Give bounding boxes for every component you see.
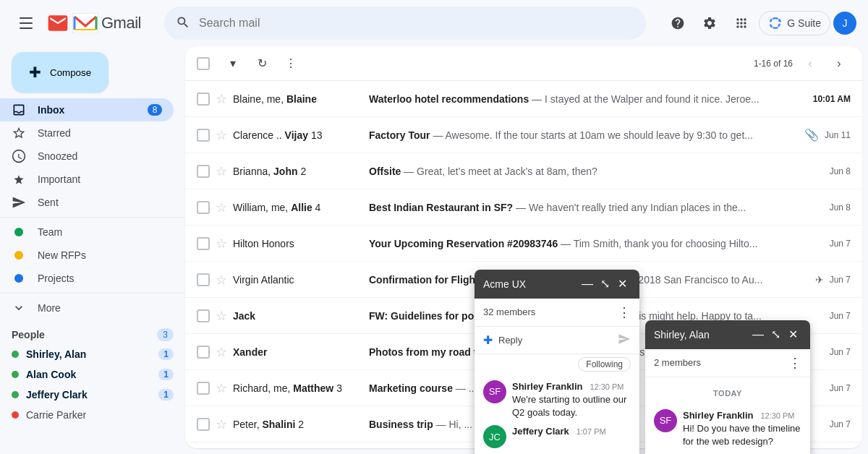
settings-button[interactable]: [695, 9, 724, 38]
chat-msg-text: We're starting to outline our Q2 goals t…: [512, 393, 631, 419]
gmail-text-label: Gmail: [101, 14, 141, 33]
sidebar-item-new-rfps[interactable]: New RFPs: [0, 244, 174, 267]
user-avatar[interactable]: J: [833, 12, 856, 35]
chat-popup-acme: Acme UX — ⤡ ✕ 32 members ⋮ ✚ Reply Follo…: [475, 270, 639, 454]
email-subject-snippet: Best Indian Restaurant in SF? — We haven…: [369, 202, 824, 213]
table-row[interactable]: ☆ Hilton Honors Your Upcoming Reservatio…: [185, 226, 862, 262]
row-checkbox[interactable]: [197, 418, 210, 431]
online-dot-shirley: [12, 351, 19, 358]
email-subject: Offsite: [369, 166, 404, 177]
more-options-button[interactable]: ⋮: [279, 52, 302, 75]
email-subject: Factory Tour: [369, 129, 433, 141]
apps-button[interactable]: [727, 9, 756, 38]
person-item-shirley-alan[interactable]: Shirley, Alan 1: [0, 344, 185, 364]
shirley-more-button[interactable]: ⋮: [788, 355, 801, 371]
inbox-label: Inbox: [38, 104, 136, 116]
following-button[interactable]: Following: [578, 357, 631, 372]
email-snippet: — Tim Smith, thank you for choosing Hilt…: [561, 238, 757, 249]
search-bar-inner[interactable]: [164, 7, 646, 40]
shirley-subheader: 2 members ⋮: [645, 349, 810, 377]
email-sender: Clarence .. Vijay 13: [233, 129, 363, 141]
star-button[interactable]: ☆: [216, 344, 227, 360]
star-button[interactable]: ☆: [216, 308, 227, 324]
email-subject-snippet: Waterloo hotel recommendations — I staye…: [369, 93, 807, 105]
shirley-member-count: 2 members: [654, 357, 788, 368]
prev-page-button[interactable]: ‹: [799, 52, 822, 75]
table-row[interactable]: ☆ Blaine, me, Blaine Waterloo hotel reco…: [185, 81, 862, 117]
row-checkbox[interactable]: [197, 309, 210, 322]
star-button[interactable]: ☆: [216, 200, 227, 215]
table-row[interactable]: ☆ William, me, Allie 4 Best Indian Resta…: [185, 189, 862, 226]
new-rfps-label-icon: [12, 248, 26, 262]
help-button[interactable]: [663, 9, 692, 38]
person-item-carrie[interactable]: Carrie Parker: [0, 405, 185, 425]
menu-button[interactable]: [12, 9, 41, 38]
shirley-avatar: SF: [483, 380, 506, 403]
reply-plus-icon: ✚: [483, 333, 493, 347]
gmail-m-icon: [46, 12, 69, 35]
shirley-chat-header[interactable]: Shirley, Alan — ⤡ ✕: [645, 320, 810, 349]
sidebar-item-snoozed[interactable]: Snoozed: [0, 145, 174, 168]
row-checkbox[interactable]: [197, 165, 210, 178]
table-row[interactable]: ☆ Clarence .. Vijay 13 Factory Tour — Aw…: [185, 117, 862, 153]
shirley-close-button[interactable]: ✕: [784, 326, 801, 343]
sidebar-item-more[interactable]: More: [0, 296, 174, 320]
pagination-label: 1-16 of 16: [754, 59, 793, 69]
star-button[interactable]: ☆: [216, 416, 227, 432]
team-label: Team: [38, 226, 162, 238]
row-checkbox[interactable]: [197, 346, 210, 359]
person-item-jeffery-clark[interactable]: Jeffery Clark 1: [0, 385, 185, 405]
acme-more-button[interactable]: ⋮: [618, 304, 631, 320]
important-label: Important: [38, 174, 162, 185]
search-input[interactable]: [199, 17, 634, 30]
email-date: Jun 8: [830, 166, 851, 176]
shirley-expand-button[interactable]: ⤡: [767, 326, 784, 343]
email-subject-snippet: Factory Tour — Awesome. If the tour star…: [369, 129, 799, 141]
topbar-right: G Suite J: [663, 9, 856, 38]
row-checkbox[interactable]: [197, 201, 210, 214]
star-button[interactable]: ☆: [216, 236, 227, 252]
email-meta: Jun 7: [830, 311, 851, 321]
person-item-alan-cook[interactable]: Alan Cook 1: [0, 364, 185, 385]
row-checkbox[interactable]: [197, 273, 210, 286]
next-page-button[interactable]: ›: [827, 52, 851, 75]
attachment-icon: 📎: [804, 128, 819, 142]
compose-button[interactable]: ✚ Compose: [12, 52, 109, 93]
star-button[interactable]: ☆: [216, 380, 227, 396]
inbox-badge: 8: [148, 104, 162, 116]
row-checkbox[interactable]: [197, 129, 210, 142]
chat-msg-time: 12:30 PM: [760, 411, 794, 420]
snoozed-icon: [12, 149, 26, 163]
team-label-icon: [12, 225, 26, 239]
acme-minimize-button[interactable]: —: [579, 275, 596, 293]
star-button[interactable]: ☆: [216, 127, 227, 143]
star-button[interactable]: ☆: [216, 91, 227, 107]
shirley-minimize-button[interactable]: —: [749, 326, 767, 343]
select-all-checkbox[interactable]: [197, 57, 210, 70]
email-sender: Jack: [233, 310, 363, 322]
row-checkbox[interactable]: [197, 382, 210, 395]
sidebar-item-team[interactable]: Team: [0, 220, 174, 244]
acme-send-button[interactable]: [618, 333, 631, 348]
acme-chat-header[interactable]: Acme UX — ⤡ ✕: [475, 270, 639, 299]
select-dropdown-button[interactable]: ▾: [221, 52, 244, 75]
sidebar-item-inbox[interactable]: Inbox 8: [0, 98, 174, 121]
table-row[interactable]: ☆ Brianna, John 2 Offsite — Great, let's…: [185, 153, 862, 189]
row-checkbox[interactable]: [197, 237, 210, 250]
sidebar-item-starred[interactable]: Starred: [0, 121, 174, 145]
email-subject-snippet: Offsite — Great, let's meet at Jack's at…: [369, 166, 824, 177]
email-meta: Jun 7: [830, 383, 851, 393]
sidebar-item-sent[interactable]: Sent: [0, 191, 174, 214]
email-snippet: — Awesome. If the tour starts at 10am we…: [433, 129, 753, 141]
sidebar-item-projects[interactable]: Projects: [0, 267, 174, 290]
sidebar-item-important[interactable]: Important: [0, 168, 174, 191]
starred-label: Starred: [38, 127, 162, 139]
email-subject: Your Upcoming Reservation #20983746: [369, 238, 561, 249]
star-button[interactable]: ☆: [216, 163, 227, 179]
star-button[interactable]: ☆: [216, 272, 227, 288]
row-checkbox[interactable]: [197, 93, 210, 106]
acme-close-button[interactable]: ✕: [613, 275, 631, 293]
refresh-button[interactable]: ↻: [250, 52, 273, 75]
gsuite-badge[interactable]: G Suite: [759, 11, 830, 35]
acme-expand-button[interactable]: ⤡: [596, 275, 613, 293]
